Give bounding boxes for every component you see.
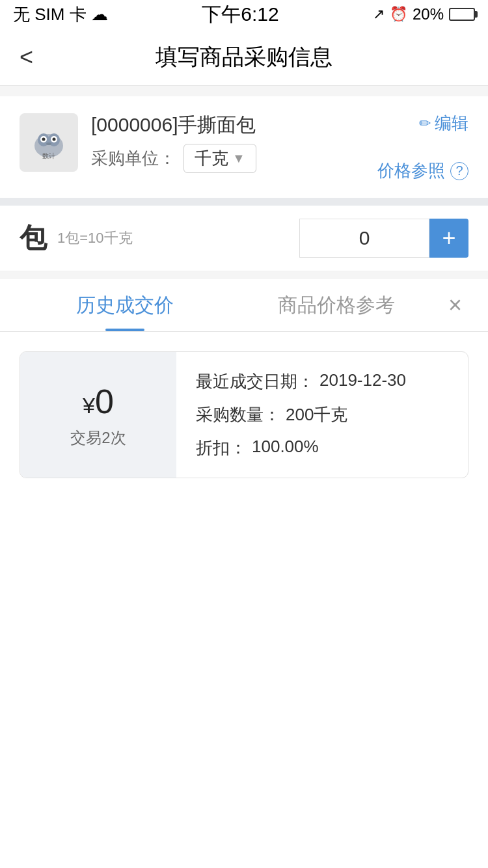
svg-point-7 bbox=[46, 142, 51, 145]
tab-content: ¥0 交易2次 最近成交日期： 2019-12-30 采购数量： 200千克 折… bbox=[0, 332, 488, 498]
history-discount-value: 100.00% bbox=[252, 437, 319, 459]
history-discount-label: 折扣： bbox=[196, 437, 247, 459]
tab-header: 历史成交价 商品价格参考 × bbox=[0, 279, 488, 332]
tab-panel: 历史成交价 商品价格参考 × ¥0 交易2次 最近成交日期： 2019-12-3… bbox=[0, 279, 488, 498]
svg-text:数计: 数计 bbox=[42, 152, 55, 159]
status-bar: 无 SIM 卡 ☁ 下午6:12 ↗ ⏰ 20% bbox=[0, 0, 488, 29]
tab-product-price-ref[interactable]: 商品价格参考 bbox=[230, 279, 441, 331]
history-date-label: 最近成交日期： bbox=[196, 370, 314, 393]
unit-value: 千克 bbox=[195, 147, 228, 170]
history-date-value: 2019-12-30 bbox=[319, 370, 406, 393]
quantity-sub-label: 1包=10千克 bbox=[57, 228, 133, 248]
quantity-input[interactable]: 0 bbox=[299, 219, 429, 258]
quantity-label: 包 1包=10千克 bbox=[20, 220, 133, 256]
history-qty-value: 200千克 bbox=[286, 403, 347, 426]
page-title: 填写商品采购信息 bbox=[156, 42, 332, 72]
product-card: 数计 [0000006]手撕面包 采购单位： 千克 ▼ ✏ 编辑 bbox=[0, 96, 488, 198]
quantity-row: 包 1包=10千克 0 + bbox=[0, 206, 488, 271]
product-name: [0000006]手撕面包 bbox=[91, 112, 256, 139]
section-divider bbox=[0, 198, 488, 206]
price-ref-button[interactable]: 价格参照 ? bbox=[377, 159, 468, 182]
status-left: 无 SIM 卡 ☁ bbox=[13, 3, 108, 26]
history-price-value: ¥0 bbox=[83, 382, 114, 421]
history-trade-count: 交易2次 bbox=[70, 427, 126, 448]
edit-icon: ✏ bbox=[419, 115, 431, 132]
tab-history-price[interactable]: 历史成交价 bbox=[20, 279, 230, 331]
quantity-control: 0 + bbox=[299, 219, 468, 258]
signal-text: 无 SIM 卡 ☁ bbox=[13, 3, 108, 26]
edit-button[interactable]: ✏ 编辑 bbox=[419, 112, 468, 135]
quantity-unit-char: 包 bbox=[20, 220, 47, 256]
quantity-plus-button[interactable]: + bbox=[429, 219, 468, 258]
tab-close-button[interactable]: × bbox=[442, 285, 468, 325]
location-icon: ↗ bbox=[373, 6, 385, 23]
price-ref-help-icon: ? bbox=[450, 162, 468, 180]
dropdown-arrow-icon: ▼ bbox=[232, 151, 245, 166]
history-card: ¥0 交易2次 最近成交日期： 2019-12-30 采购数量： 200千克 折… bbox=[20, 351, 468, 478]
history-qty-label: 采购数量： bbox=[196, 403, 280, 426]
product-unit-row: 采购单位： 千克 ▼ bbox=[91, 144, 256, 173]
unit-label: 采购单位： bbox=[91, 147, 176, 170]
status-right: ↗ ⏰ 20% bbox=[373, 5, 475, 23]
status-time: 下午6:12 bbox=[202, 1, 278, 28]
quantity-value: 0 bbox=[359, 227, 370, 249]
history-price-panel: ¥0 交易2次 bbox=[20, 352, 176, 478]
product-thumbnail: 数计 bbox=[20, 113, 78, 172]
history-qty-row: 采购数量： 200千克 bbox=[196, 403, 448, 426]
back-button[interactable]: < bbox=[20, 37, 40, 77]
nav-bar: < 填写商品采购信息 bbox=[0, 29, 488, 86]
product-image-icon: 数计 bbox=[29, 123, 68, 162]
unit-select[interactable]: 千克 ▼ bbox=[183, 144, 256, 173]
product-info: [0000006]手撕面包 采购单位： 千克 ▼ bbox=[91, 112, 256, 173]
history-date-row: 最近成交日期： 2019-12-30 bbox=[196, 370, 448, 393]
history-discount-row: 折扣： 100.00% bbox=[196, 437, 448, 459]
battery-percentage: 20% bbox=[413, 5, 444, 23]
bottom-space bbox=[0, 498, 488, 868]
battery-icon bbox=[449, 8, 475, 21]
svg-point-6 bbox=[53, 138, 56, 141]
svg-point-5 bbox=[42, 138, 46, 141]
history-detail-panel: 最近成交日期： 2019-12-30 采购数量： 200千克 折扣： 100.0… bbox=[176, 352, 468, 478]
alarm-icon: ⏰ bbox=[390, 6, 407, 23]
